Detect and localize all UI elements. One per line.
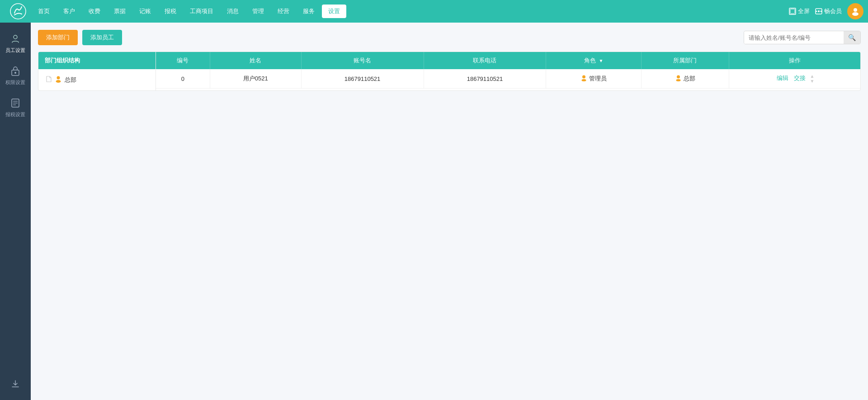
tree-node-label: 总部 — [65, 76, 76, 84]
col-name: 姓名 — [210, 52, 301, 69]
vip-btn[interactable]: 畅会员 — [815, 7, 842, 15]
app-logo — [5, 3, 32, 19]
col-dept: 所属部门 — [641, 52, 729, 69]
employee-icon — [9, 33, 22, 45]
sidebar-item-permissions[interactable]: 权限设置 — [0, 59, 31, 91]
sidebar-permissions-label: 权限设置 — [5, 79, 25, 86]
nav-item-billing[interactable]: 收费 — [82, 5, 107, 18]
tree-panel: 部门组织结构 总部 — [38, 52, 156, 90]
fullscreen-btn[interactable]: 全屏 — [789, 7, 810, 15]
nav-item-service[interactable]: 服务 — [297, 5, 321, 18]
svg-point-9 — [14, 35, 17, 39]
role-badge-icon — [580, 75, 587, 83]
top-nav: 首页 客户 收费 票据 记账 报税 工商项目 消息 管理 经营 服务 设置 全屏 — [0, 0, 868, 23]
cell-phone: 18679110521 — [424, 69, 546, 89]
tree-header: 部门组织结构 — [38, 52, 156, 69]
cell-dept: 总部 — [641, 69, 729, 89]
col-no: 编号 — [156, 52, 210, 69]
right-actions: 全屏 畅会员 — [789, 3, 863, 19]
role-label: 管理员 — [589, 75, 607, 83]
nav-item-bookkeeping[interactable]: 记账 — [133, 5, 157, 18]
nav-item-message[interactable]: 消息 — [221, 5, 245, 18]
nav-item-home[interactable]: 首页 — [32, 5, 56, 18]
col-action: 操作 — [729, 52, 860, 69]
svg-point-17 — [56, 80, 61, 83]
svg-point-4 — [818, 10, 820, 12]
nav-item-settings[interactable]: 设置 — [322, 5, 346, 18]
col-account: 账号名 — [301, 52, 424, 69]
sidebar-taxreport-label: 报税设置 — [5, 111, 25, 118]
transfer-link[interactable]: 交接 — [794, 75, 806, 81]
cell-name: 用户0521 — [210, 69, 301, 89]
sidebar-bottom-btn[interactable] — [7, 372, 24, 395]
employee-table: 编号 姓名 账号名 联系电话 角色 ▼ — [156, 52, 860, 89]
tree-node-general[interactable]: 总部 — [42, 73, 152, 87]
download-icon — [9, 377, 22, 390]
tree-user-icon — [55, 75, 62, 84]
svg-point-16 — [57, 76, 60, 80]
sidebar-item-employee[interactable]: 员工设置 — [0, 27, 31, 59]
role-filter-icon: ▼ — [599, 58, 604, 63]
svg-point-18 — [582, 75, 585, 79]
svg-point-6 — [821, 11, 822, 12]
svg-point-21 — [676, 79, 680, 81]
permissions-icon — [9, 65, 22, 77]
nav-item-business[interactable]: 工商项目 — [184, 5, 220, 18]
col-phone: 联系电话 — [424, 52, 546, 69]
edit-link[interactable]: 编辑 — [777, 75, 788, 81]
table-header: 编号 姓名 账号名 联系电话 角色 ▼ — [156, 52, 860, 69]
sidebar: 员工设置 权限设置 报税设置 — [0, 23, 31, 400]
cell-role: 管理员 — [546, 69, 641, 89]
svg-point-11 — [14, 72, 16, 74]
nav-item-customer[interactable]: 客户 — [57, 5, 81, 18]
cell-no: 0 — [156, 69, 210, 89]
toolbar: 添加部门 添加员工 🔍 — [38, 30, 861, 45]
svg-point-0 — [10, 4, 26, 19]
cell-account: 18679110521 — [301, 69, 424, 89]
search-input[interactable] — [744, 32, 844, 44]
col-role[interactable]: 角色 ▼ — [546, 52, 641, 69]
table-row: 0 用户0521 18679110521 18679110521 — [156, 69, 860, 89]
search-box: 🔍 — [744, 31, 861, 44]
content-area: 部门组织结构 总部 — [38, 52, 861, 91]
nav-items: 首页 客户 收费 票据 记账 报税 工商项目 消息 管理 经营 服务 设置 — [32, 5, 789, 18]
svg-rect-2 — [790, 9, 795, 14]
dept-label: 总部 — [684, 75, 695, 83]
taxreport-icon — [9, 97, 22, 109]
add-dept-button[interactable]: 添加部门 — [38, 30, 78, 45]
tree-file-icon — [46, 75, 52, 84]
svg-point-19 — [582, 79, 586, 81]
row-scroll-arrows: ▲ ▼ — [810, 74, 814, 84]
search-button[interactable]: 🔍 — [844, 31, 860, 44]
svg-point-8 — [852, 12, 859, 16]
add-employee-button[interactable]: 添加员工 — [82, 30, 122, 45]
dept-badge-icon — [675, 75, 682, 83]
svg-point-5 — [816, 11, 817, 12]
nav-item-tax[interactable]: 报税 — [158, 5, 183, 18]
svg-point-7 — [854, 8, 857, 12]
user-avatar[interactable] — [847, 3, 863, 19]
sidebar-item-taxreport[interactable]: 报税设置 — [0, 91, 31, 123]
tree-body: 总部 — [38, 69, 156, 90]
nav-item-invoice[interactable]: 票据 — [108, 5, 132, 18]
svg-point-20 — [677, 75, 680, 79]
table-panel: 编号 姓名 账号名 联系电话 角色 ▼ — [156, 52, 860, 90]
nav-item-operations[interactable]: 经营 — [271, 5, 296, 18]
cell-actions: 编辑 交接 ▲ ▼ — [729, 69, 860, 89]
main-content: 添加部门 添加员工 🔍 部门组织结构 — [31, 23, 868, 400]
nav-item-management[interactable]: 管理 — [246, 5, 270, 18]
table-body: 0 用户0521 18679110521 18679110521 — [156, 69, 860, 89]
sidebar-employee-label: 员工设置 — [5, 47, 25, 54]
